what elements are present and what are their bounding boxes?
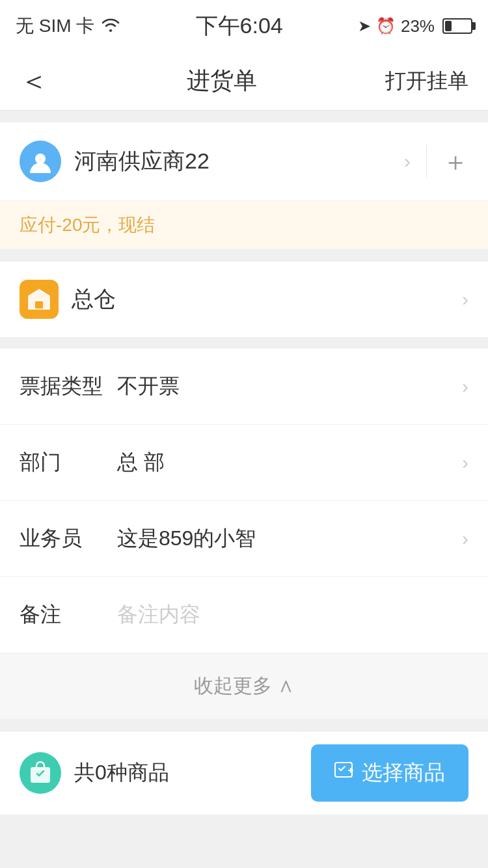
carrier-text: 无 SIM 卡 [16, 14, 94, 38]
salesperson-chevron-icon: › [462, 528, 468, 550]
divider [426, 145, 427, 178]
select-product-label: 选择商品 [362, 759, 445, 787]
back-button[interactable]: ＜ [20, 62, 59, 100]
svg-point-0 [35, 154, 46, 164]
warehouse-card: 总仓 › [0, 261, 488, 337]
supplier-name: 河南供应商22 [74, 146, 404, 176]
warehouse-chevron-icon: › [462, 288, 468, 310]
invoice-type-label: 票据类型 [20, 372, 104, 401]
nav-title: 进货单 [187, 65, 257, 97]
section-gap-3 [0, 337, 488, 349]
battery-percent: 23% [401, 16, 435, 36]
warehouse-name: 总仓 [72, 284, 462, 314]
invoice-type-row[interactable]: 票据类型 不开票 › [0, 349, 488, 425]
remark-label: 备注 [20, 601, 104, 629]
battery-icon [442, 18, 472, 34]
location-icon: ➤ [358, 17, 371, 35]
warehouse-icon [20, 280, 59, 319]
status-time: 下午6:04 [196, 11, 283, 41]
salesperson-value: 这是859的小智 [117, 524, 462, 553]
bottom-bar: 共0种商品 选择商品 [0, 731, 488, 815]
supplier-avatar [20, 141, 61, 182]
invoice-type-chevron-icon: › [462, 375, 468, 398]
invoice-type-value: 不开票 [117, 372, 462, 401]
notice-text: 应付-20元，现结 [20, 215, 155, 235]
section-gap-2 [0, 249, 488, 261]
supplier-row[interactable]: 河南供应商22 › ＋ [0, 122, 488, 201]
product-icon [20, 752, 61, 794]
department-chevron-icon: › [462, 452, 468, 474]
department-value: 总 部 [117, 448, 462, 477]
wifi-icon [101, 16, 120, 36]
add-supplier-button[interactable]: ＋ [442, 144, 468, 180]
section-gap-1 [0, 111, 488, 122]
alarm-icon: ⏰ [376, 17, 396, 35]
select-product-button[interactable]: 选择商品 [311, 744, 468, 802]
collapse-label: 收起更多 ∧ [194, 673, 293, 699]
collapse-button[interactable]: 收起更多 ∧ [0, 653, 488, 719]
remark-placeholder: 备注内容 [117, 601, 468, 629]
nav-bar: ＜ 进货单 打开挂单 [0, 52, 488, 111]
supplier-card: 河南供应商22 › ＋ 应付-20元，现结 [0, 122, 488, 249]
select-product-icon [334, 761, 355, 785]
department-row[interactable]: 部门 总 部 › [0, 425, 488, 501]
product-count: 共0种商品 [74, 759, 311, 787]
remark-row[interactable]: 备注 备注内容 [0, 577, 488, 653]
salesperson-row[interactable]: 业务员 这是859的小智 › [0, 501, 488, 577]
status-right: ➤ ⏰ 23% [358, 16, 472, 36]
warehouse-row[interactable]: 总仓 › [0, 261, 488, 337]
supplier-chevron-icon: › [404, 150, 411, 172]
department-label: 部门 [20, 448, 104, 477]
status-bar: 无 SIM 卡 下午6:04 ➤ ⏰ 23% [0, 0, 488, 52]
open-pending-button[interactable]: 打开挂单 [385, 67, 468, 96]
salesperson-label: 业务员 [20, 524, 104, 553]
status-left: 无 SIM 卡 [16, 14, 120, 38]
form-section: 票据类型 不开票 › 部门 总 部 › 业务员 这是859的小智 › 备注 备注… [0, 349, 488, 653]
notice-bar: 应付-20元，现结 [0, 201, 488, 249]
section-gap-4 [0, 719, 488, 731]
